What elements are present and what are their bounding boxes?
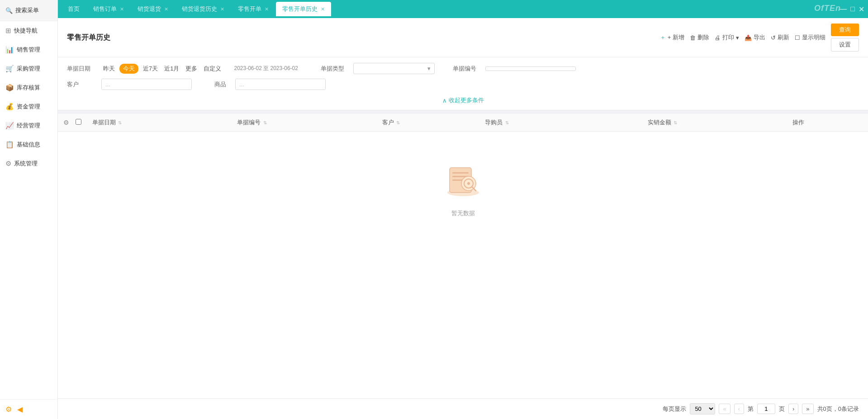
collapse-sidebar-icon[interactable]: ◀ — [17, 405, 23, 414]
tab-sales-order[interactable]: 销售订单 ✕ — [87, 2, 130, 16]
sidebar-item-label: 库存核算 — [17, 84, 40, 92]
tab-sales-order-close[interactable]: ✕ — [120, 6, 124, 12]
tab-retail-open-close[interactable]: ✕ — [265, 6, 269, 12]
svg-rect-2 — [452, 172, 469, 174]
print-icon: 🖨 — [715, 34, 721, 41]
empty-text: 暂无数据 — [451, 209, 475, 217]
product-input[interactable]: ... — [235, 79, 326, 90]
last-page-button[interactable]: » — [802, 404, 813, 414]
inventory-icon: 📦 — [5, 84, 14, 92]
display-label: 显示明细 — [802, 33, 825, 42]
tab-home[interactable]: 首页 — [62, 2, 86, 16]
sidebar-item-inventory[interactable]: 📦 库存核算 — [0, 78, 57, 97]
tab-retail-open-history-close[interactable]: ✕ — [321, 6, 325, 12]
salesman-sort-icon[interactable]: ⇅ — [505, 120, 509, 125]
search-icon: 🔍 — [5, 7, 13, 14]
product-placeholder: ... — [239, 81, 244, 88]
sidebar-item-purchase-mgmt[interactable]: 🛒 采购管理 — [0, 59, 57, 78]
doc-type-select[interactable]: ▾ — [353, 63, 435, 74]
tab-bar-window-controls: — □ ✕ — [840, 5, 864, 14]
sidebar-item-sales-mgmt[interactable]: 📊 销售管理 — [0, 40, 57, 59]
svg-rect-4 — [452, 179, 463, 181]
date-opt-yesterday[interactable]: 昨天 — [101, 64, 117, 74]
print-button[interactable]: 🖨 打印 ▾ — [715, 33, 739, 42]
empty-state: 暂无数据 — [58, 132, 868, 245]
collapse-filter-label: 收起更多条件 — [449, 96, 484, 104]
page-prefix: 第 — [748, 405, 754, 413]
filter-row-1: 单据日期 昨天 今天 近7天 近1月 更多 自定义 2023-06-02 至 2… — [67, 63, 859, 74]
tab-sales-return[interactable]: 销货退货 ✕ — [131, 2, 175, 16]
sidebar-item-base-info[interactable]: 📋 基础信息 — [0, 135, 57, 154]
page-header: 零售开单历史 ＋ + 新增 🗑 删除 🖨 打印 ▾ 📤 导出 — [58, 18, 868, 57]
display-detail-button[interactable]: ☐ 显示明细 — [795, 33, 825, 42]
tab-retail-open-label: 零售开单 — [238, 5, 261, 13]
table-container: ⚙ 单据日期 ⇅ 单据编号 ⇅ — [58, 114, 868, 398]
th-customer: 客户 ⇅ — [377, 114, 479, 132]
tab-sales-return-history[interactable]: 销货退货历史 ✕ — [175, 2, 231, 16]
prev-page-button[interactable]: ‹ — [734, 404, 744, 414]
no-sort-icon[interactable]: ⇅ — [263, 120, 267, 125]
sales-mgmt-icon: 📊 — [5, 46, 14, 54]
setting-button[interactable]: 设置 — [831, 38, 859, 52]
next-page-button[interactable]: › — [788, 404, 798, 414]
add-button[interactable]: ＋ + 新增 — [660, 33, 684, 42]
sidebar-search[interactable]: 🔍 搜索采单 — [0, 0, 57, 21]
amount-sort-icon[interactable]: ⇅ — [674, 120, 677, 125]
data-table: ⚙ 单据日期 ⇅ 单据编号 ⇅ — [58, 114, 868, 132]
date-options: 昨天 今天 近7天 近1月 更多 自定义 — [101, 64, 223, 74]
tab-retail-open[interactable]: 零售开单 ✕ — [232, 2, 275, 16]
collapse-filter-button[interactable]: ∧ 收起更多条件 — [67, 94, 859, 106]
delete-button[interactable]: 🗑 删除 — [690, 33, 709, 42]
query-button[interactable]: 查询 — [831, 24, 859, 36]
first-page-button[interactable]: « — [719, 404, 730, 414]
date-sort-icon[interactable]: ⇅ — [118, 120, 122, 125]
date-opt-custom[interactable]: 自定义 — [202, 64, 223, 74]
quick-nav-icon: ⊞ — [5, 27, 11, 35]
close-window-button[interactable]: ✕ — [859, 5, 864, 14]
sidebar-item-operations[interactable]: 📈 经营管理 — [0, 116, 57, 135]
tab-retail-open-history[interactable]: 零售开单历史 ✕ — [276, 2, 331, 16]
purchase-mgmt-icon: 🛒 — [5, 65, 14, 73]
date-opt-last-month[interactable]: 近1月 — [162, 64, 181, 74]
refresh-button[interactable]: ↺ 刷新 — [771, 33, 789, 42]
customer-filter-label: 客户 — [67, 80, 92, 89]
date-opt-today[interactable]: 今天 — [119, 64, 138, 74]
sidebar-item-quick-nav[interactable]: ⊞ 快捷导航 — [0, 21, 57, 40]
settings-bottom-icon[interactable]: ⚙ — [5, 405, 12, 414]
print-dropdown-icon: ▾ — [736, 34, 739, 41]
page-suffix: 页 — [779, 405, 785, 413]
date-range-display: 2023-06-02 至 2023-06-02 — [234, 65, 298, 72]
th-spacer — [603, 114, 642, 132]
sidebar-item-label: 经营管理 — [17, 122, 40, 130]
th-no: 单据编号 ⇅ — [232, 114, 376, 132]
sidebar-item-system-mgmt[interactable]: ⚙ 系统管理 — [0, 154, 57, 173]
th-date: 单据日期 ⇅ — [87, 114, 232, 132]
tab-sales-return-history-close[interactable]: ✕ — [220, 6, 224, 12]
select-all-checkbox[interactable] — [76, 119, 81, 125]
maximize-button[interactable]: □ — [850, 5, 855, 14]
table-settings-icon[interactable]: ⚙ — [63, 119, 69, 126]
sidebar-item-finance[interactable]: 💰 资金管理 — [0, 97, 57, 116]
per-page-select[interactable]: 50 10 20 100 — [690, 403, 715, 414]
date-opt-last7[interactable]: 近7天 — [141, 64, 160, 74]
refresh-icon: ↺ — [771, 34, 776, 41]
customer-sort-icon[interactable]: ⇅ — [396, 120, 400, 125]
content-area: 零售开单历史 ＋ + 新增 🗑 删除 🖨 打印 ▾ 📤 导出 — [58, 18, 868, 419]
export-button[interactable]: 📤 导出 — [745, 33, 765, 42]
print-label: 打印 — [722, 33, 734, 42]
watermark: OfTEn — [814, 4, 841, 13]
doc-no-input[interactable] — [485, 66, 576, 71]
empty-state-icon — [441, 159, 486, 204]
delete-icon: 🗑 — [690, 34, 696, 41]
table-header-row: ⚙ 单据日期 ⇅ 单据编号 ⇅ — [58, 114, 868, 132]
page-number-input[interactable] — [757, 404, 775, 414]
customer-input[interactable]: ... — [101, 79, 192, 90]
operations-icon: 📈 — [5, 122, 14, 130]
tab-sales-return-history-label: 销货退货历史 — [182, 5, 217, 13]
date-opt-more[interactable]: 更多 — [184, 64, 199, 74]
sidebar-item-label: 资金管理 — [17, 103, 40, 111]
filter-row-2: 客户 ... 商品 ... — [67, 79, 859, 90]
sidebar-bottom: ⚙ ◀ — [0, 399, 57, 419]
tab-sales-return-close[interactable]: ✕ — [164, 6, 168, 12]
sidebar-search-label: 搜索采单 — [15, 6, 39, 14]
